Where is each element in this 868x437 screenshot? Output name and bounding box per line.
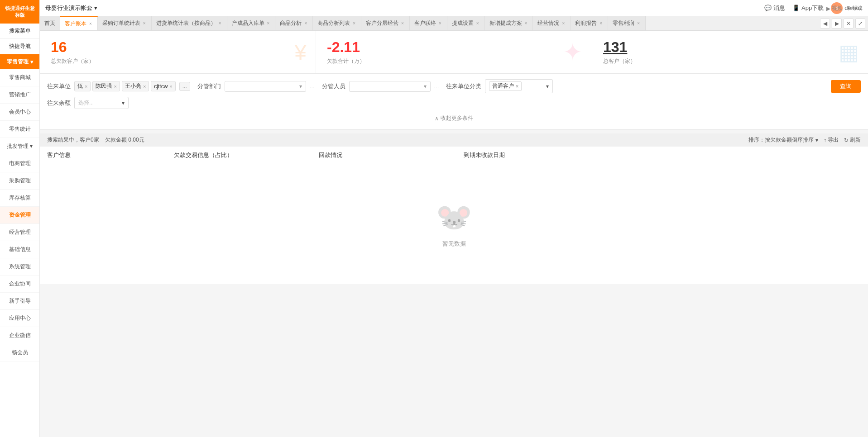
- sidebar: 畅捷通好生意 标版 搜索菜单 快捷导航 零售管理 ▾ 零售商城营销推广会员中心零…: [0, 0, 40, 437]
- tab-9[interactable]: 提成设置×: [447, 16, 485, 31]
- search-menu-button[interactable]: 搜索菜单: [0, 24, 39, 39]
- tenant-selector[interactable]: 母婴行业演示帐套 ▾: [45, 4, 97, 12]
- tab-1[interactable]: 客户账本×: [60, 16, 98, 31]
- unit-tag-remove-3[interactable]: ×: [169, 84, 172, 89]
- collapse-label: 收起更多条件: [441, 114, 473, 122]
- sidebar-item-7[interactable]: 库存核算: [0, 190, 39, 207]
- tab-13[interactable]: 零售利润×: [608, 16, 646, 31]
- sidebar-item-3[interactable]: 零售统计: [0, 121, 39, 138]
- tab-close-11[interactable]: ×: [561, 20, 566, 26]
- sidebar-item-4[interactable]: 批发管理 ▾: [0, 138, 39, 155]
- tab-7[interactable]: 客户分层经营×: [361, 16, 410, 31]
- tab-close-all-button[interactable]: ✕: [844, 19, 854, 28]
- sidebar-item-0[interactable]: 零售商城: [0, 69, 39, 86]
- tab-close-1[interactable]: ×: [88, 21, 93, 27]
- tab-6[interactable]: 商品分析列表×: [313, 16, 361, 31]
- tab-label-13: 零售利润: [613, 19, 634, 27]
- sidebar-item-10[interactable]: 基础信息: [0, 241, 39, 258]
- tab-2[interactable]: 采购订单统计表×: [98, 16, 152, 31]
- sidebar-item-15[interactable]: 企业微信: [0, 327, 39, 344]
- tab-label-8: 客户联络: [414, 19, 436, 27]
- tab-4[interactable]: 产成品入库单×: [227, 16, 276, 31]
- tab-close-2[interactable]: ×: [142, 20, 147, 26]
- tab-5[interactable]: 商品分析×: [275, 16, 313, 31]
- refresh-button[interactable]: ↻ 刷新: [844, 136, 861, 144]
- tab-3[interactable]: 进货单统计表（按商品）×: [152, 16, 227, 31]
- table-header: 客户信息 欠款交易信息（占比） 回款情况 到期未收款日期: [40, 147, 868, 164]
- tab-label-0: 首页: [44, 19, 55, 27]
- sidebar-item-2[interactable]: 会员中心: [0, 104, 39, 121]
- dept-dropdown[interactable]: ▾: [225, 81, 306, 92]
- tab-close-6[interactable]: ×: [352, 20, 356, 26]
- balance-arrow-icon: ▾: [122, 100, 125, 106]
- result-summary: 搜索结果中，客户0家 欠款金额 0.00元: [47, 136, 144, 144]
- person-label: 分管人员: [322, 82, 345, 90]
- refresh-label: 刷新: [850, 136, 861, 144]
- sidebar-item-16[interactable]: 畅会员: [0, 344, 39, 361]
- main-area: 母婴行业演示帐套 ▾ 💬 消息 📱 App下载 d demo2 首页客户账本×采…: [40, 0, 868, 437]
- result-amount: 欠款金额 0.00元: [105, 137, 144, 143]
- sort-select[interactable]: 排序：按欠款金额倒序排序 ▾: [748, 136, 818, 144]
- classify-tag-remove[interactable]: ×: [515, 83, 518, 90]
- tab-close-5[interactable]: ×: [303, 20, 308, 26]
- tab-label-12: 利润报告: [575, 19, 597, 27]
- tab-close-9[interactable]: ×: [475, 20, 480, 26]
- filter-row-2: 往来余额 选择... ▾: [47, 97, 861, 109]
- tab-close-7[interactable]: ×: [400, 20, 405, 26]
- tabbar: 首页客户账本×采购订单统计表×进货单统计表（按商品）×产成品入库单×商品分析×商…: [40, 16, 868, 31]
- unit-tag-remove-1[interactable]: ×: [114, 84, 116, 89]
- tab-close-4[interactable]: ×: [266, 20, 271, 26]
- tab-next-button[interactable]: ▶: [832, 19, 842, 28]
- sort-chevron-icon: ▾: [815, 137, 818, 143]
- tab-prev-button[interactable]: ◀: [820, 19, 830, 28]
- result-customers: 搜索结果中，客户0家: [47, 137, 99, 143]
- sidebar-item-6[interactable]: 采购管理: [0, 172, 39, 190]
- stat-number-amount: -2.11: [327, 39, 365, 56]
- tab-label-1: 客户账本: [65, 20, 86, 28]
- col-header-due-date: 到期未收款日期: [464, 151, 861, 159]
- sidebar-item-5[interactable]: 电商管理: [0, 155, 39, 172]
- sidebar-item-8[interactable]: 资金管理: [0, 207, 39, 224]
- tab-12[interactable]: 利润报告×: [571, 16, 608, 31]
- quick-nav-button[interactable]: 快捷导航: [0, 39, 39, 54]
- tab-0[interactable]: 首页: [40, 16, 60, 31]
- unit-tag-1: 陈民强 ×: [92, 81, 120, 91]
- tenant-name: 母婴行业演示帐套: [45, 4, 92, 12]
- export-label: 导出: [828, 136, 839, 144]
- query-button[interactable]: 查询: [831, 80, 861, 93]
- tab-label-9: 提成设置: [452, 19, 474, 27]
- classify-dropdown[interactable]: 普通客户 × ▾: [485, 79, 553, 93]
- unit-tag-remove-2[interactable]: ×: [143, 84, 146, 89]
- col-header-customer: 客户信息: [47, 151, 174, 159]
- export-button[interactable]: ↑ 导出: [824, 136, 839, 144]
- app-download-button[interactable]: 📱 App下载: [792, 4, 824, 12]
- tab-label-11: 经营情况: [537, 19, 559, 27]
- stat-icon-yuan: ¥: [294, 40, 307, 65]
- message-icon: 💬: [764, 5, 772, 11]
- unit-more-button[interactable]: ...: [179, 82, 190, 91]
- sidebar-item-9[interactable]: 经营管理: [0, 224, 39, 241]
- tab-8[interactable]: 客户联络×: [410, 16, 447, 31]
- tab-close-10[interactable]: ×: [524, 20, 528, 26]
- tab-label-10: 新增提成方案: [489, 19, 522, 27]
- tab-close-8[interactable]: ×: [438, 20, 442, 26]
- sidebar-item-11[interactable]: 系统管理: [0, 258, 39, 276]
- person-dropdown[interactable]: ▾: [349, 81, 431, 92]
- sidebar-item-14[interactable]: 应用中心: [0, 310, 39, 327]
- retail-mgmt-section[interactable]: 零售管理 ▾: [0, 54, 39, 69]
- tab-close-3[interactable]: ×: [218, 20, 222, 26]
- tab-close-13[interactable]: ×: [636, 20, 641, 26]
- tab-10[interactable]: 新增提成方案×: [485, 16, 533, 31]
- message-button[interactable]: 💬 消息: [764, 4, 785, 12]
- balance-select[interactable]: 选择... ▾: [74, 97, 129, 109]
- unit-tag-remove-0[interactable]: ×: [85, 84, 87, 89]
- sidebar-item-12[interactable]: 企业协同: [0, 276, 39, 293]
- sidebar-item-1[interactable]: 营销推广: [0, 86, 39, 104]
- tab-maximize-button[interactable]: ⤢: [855, 19, 865, 28]
- sidebar-item-13[interactable]: 新手引导: [0, 293, 39, 310]
- tab-11[interactable]: 经营情况×: [533, 16, 571, 31]
- tab-close-12[interactable]: ×: [599, 20, 603, 26]
- stat-label-customers: 总欠款客户（家）: [51, 57, 94, 65]
- collapse-button[interactable]: ∧ 收起更多条件: [47, 113, 861, 124]
- classify-arrow-icon: ▾: [546, 83, 549, 90]
